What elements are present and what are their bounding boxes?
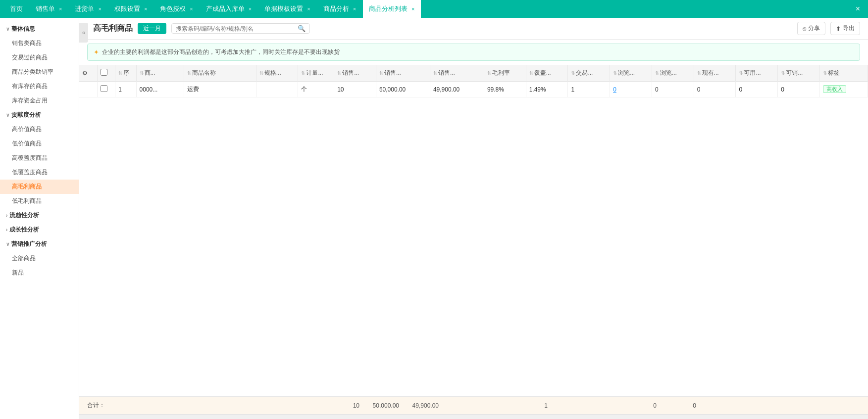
column-saleable-stock[interactable]: ⇅可销... [778, 65, 820, 82]
row-saleable-stock: 0 [778, 82, 820, 97]
chevron-right-icon-2: › [6, 227, 7, 233]
row-sale-amount: 50,000.00 [376, 82, 430, 97]
nav-tab-role-close[interactable]: × [190, 6, 193, 12]
nav-tab-purchase-close[interactable]: × [98, 6, 101, 12]
info-banner: ✦ 企业的主要的利润都是这部分商品创造的，可考虑加大推广，同时关注库存是不要出现… [87, 44, 860, 61]
row-current-stock: 0 [694, 82, 736, 97]
sidebar-item-new-goods[interactable]: 新品 [0, 266, 79, 280]
column-code[interactable]: ⇅商... [136, 65, 184, 82]
row-spec [256, 82, 298, 97]
sidebar-item-low-margin[interactable]: 低毛利商品 [0, 194, 79, 208]
top-nav: 首页 销售单 × 进货单 × 权限设置 × 角色授权 × 产成品入库单 × 单据… [0, 0, 868, 18]
window-close-button[interactable]: × [852, 4, 864, 13]
search-box: 🔍 [171, 23, 310, 34]
nav-tab-permission[interactable]: 权限设置 × [108, 0, 153, 18]
row-tag: 高收入 [820, 82, 868, 97]
nav-tab-permission-close[interactable]: × [144, 6, 147, 12]
nav-tab-home[interactable]: 首页 [4, 0, 29, 18]
time-filter-recent-month[interactable]: 近一月 [138, 23, 166, 34]
row-sale-profit: 49,900.00 [430, 82, 484, 97]
sidebar-group-overview[interactable]: ∨ 整体信息 [0, 22, 79, 36]
column-trade[interactable]: ⇅交易... [568, 65, 610, 82]
select-all-checkbox[interactable] [101, 69, 107, 76]
footer-sale-amount: 50,000.00 [362, 402, 402, 409]
sidebar-group-trend[interactable]: › 流趋性分析 [0, 208, 79, 223]
row-gross-margin: 99.8% [484, 82, 526, 97]
sidebar-item-sales-goods[interactable]: 销售类商品 [0, 36, 79, 50]
table-header-row: ⚙ ⇅序 ⇅商... ⇅商品名称 [79, 65, 868, 82]
nav-tab-sales-close[interactable]: × [59, 6, 62, 12]
nav-tab-template[interactable]: 单据模板设置 × [258, 0, 316, 18]
share-button[interactable]: ⎋ 分享 [797, 22, 825, 35]
row-sale-qty: 10 [334, 82, 376, 97]
footer-current-stock: 0 [620, 402, 660, 409]
nav-tab-analysis[interactable]: 商品分析 × [317, 0, 362, 18]
info-icon: ✦ [94, 48, 99, 56]
sidebar-item-stock-capital[interactable]: 库存资金占用 [0, 93, 79, 108]
row-browse1[interactable]: 0 [610, 82, 652, 97]
column-gross-margin[interactable]: ⇅毛利率 [484, 65, 526, 82]
nav-tab-analysis-list[interactable]: 商品分析列表 × [363, 0, 420, 18]
column-coverage[interactable]: ⇅覆盖... [526, 65, 568, 82]
column-tag[interactable]: ⇅标签 [820, 65, 868, 82]
bottom-scrollbar[interactable] [79, 414, 868, 419]
sidebar-item-in-stock[interactable]: 有库存的商品 [0, 79, 79, 93]
sidebar-item-high-coverage[interactable]: 高覆盖度商品 [0, 151, 79, 165]
sidebar-item-low-value[interactable]: 低价值商品 [0, 137, 79, 151]
gear-icon[interactable]: ⚙ [82, 70, 88, 77]
column-gear[interactable]: ⚙ [79, 65, 97, 82]
footer-label: 合计： [87, 401, 105, 410]
nav-tab-role[interactable]: 角色授权 × [154, 0, 199, 18]
column-browse1[interactable]: ⇅浏览... [610, 65, 652, 82]
main-layout: ∨ 整体信息 销售类商品 交易过的商品 商品分类助销率 有库存的商品 库存资金占… [0, 18, 868, 419]
column-sale-profit[interactable]: ⇅销售... [430, 65, 484, 82]
column-sale-amount[interactable]: ⇅销售... [376, 65, 430, 82]
nav-tab-analysis-close[interactable]: × [353, 6, 356, 12]
sidebar-item-category-sales-rate[interactable]: 商品分类助销率 [0, 65, 79, 79]
footer-sale-profit: 49,900.00 [402, 402, 442, 409]
table-container[interactable]: ⚙ ⇅序 ⇅商... ⇅商品名称 [79, 65, 868, 396]
row-gear [79, 82, 97, 97]
column-name[interactable]: ⇅商品名称 [184, 65, 256, 82]
sidebar-item-high-value[interactable]: 高价值商品 [0, 122, 79, 137]
footer-trade: 1 [511, 402, 551, 409]
chevron-down-icon-3: ∨ [6, 241, 9, 247]
column-index: ⇅序 [115, 65, 136, 82]
footer-available-stock: 0 [660, 402, 699, 409]
sidebar-item-all-goods[interactable]: 全部商品 [0, 251, 79, 266]
search-input[interactable] [176, 25, 296, 32]
row-select-checkbox[interactable] [101, 85, 107, 92]
nav-tab-purchase[interactable]: 进货单 × [69, 0, 107, 18]
nav-tab-template-close[interactable]: × [307, 6, 310, 12]
column-unit[interactable]: ⇅计量... [298, 65, 334, 82]
search-icon[interactable]: 🔍 [298, 25, 306, 32]
column-available-stock[interactable]: ⇅可用... [736, 65, 778, 82]
row-trade: 1 [568, 82, 610, 97]
column-browse2[interactable]: ⇅浏览... [652, 65, 694, 82]
sidebar-group-marketing[interactable]: ∨ 营销推广分析 [0, 237, 79, 251]
sidebar-item-low-coverage[interactable]: 低覆盖度商品 [0, 165, 79, 180]
column-current-stock[interactable]: ⇅现有... [694, 65, 736, 82]
sidebar-group-growth[interactable]: › 成长性分析 [0, 223, 79, 237]
sidebar-group-contribution[interactable]: ∨ 贡献度分析 [0, 108, 79, 122]
row-code: 0000... [136, 82, 184, 97]
column-sale-qty[interactable]: ⇅销售... [334, 65, 376, 82]
nav-tab-sales[interactable]: 销售单 × [30, 0, 68, 18]
data-table: ⚙ ⇅序 ⇅商... ⇅商品名称 [79, 65, 868, 97]
sidebar-item-traded-goods[interactable]: 交易过的商品 [0, 50, 79, 65]
nav-tab-analysis-list-close[interactable]: × [411, 6, 414, 12]
nav-tab-product[interactable]: 产成品入库单 × [200, 0, 257, 18]
row-browse2: 0 [652, 82, 694, 97]
row-checkbox[interactable] [97, 82, 115, 97]
column-spec[interactable]: ⇅规格... [256, 65, 298, 82]
chevron-down-icon: ∨ [6, 26, 9, 32]
sidebar: ∨ 整体信息 销售类商品 交易过的商品 商品分类助销率 有库存的商品 库存资金占… [0, 18, 79, 419]
sidebar-item-high-margin[interactable]: 高毛利商品 [0, 180, 79, 194]
row-name: 运费 [184, 82, 256, 97]
sidebar-collapse-button[interactable]: « [79, 23, 88, 43]
nav-tab-product-close[interactable]: × [249, 6, 252, 12]
chevron-right-icon: › [6, 213, 7, 218]
column-checkbox[interactable] [97, 65, 115, 82]
table-footer: 合计： 10 50,000.00 49,900.00 1 0 0 [79, 396, 868, 414]
export-button[interactable]: ⬆ 导出 [830, 22, 860, 35]
